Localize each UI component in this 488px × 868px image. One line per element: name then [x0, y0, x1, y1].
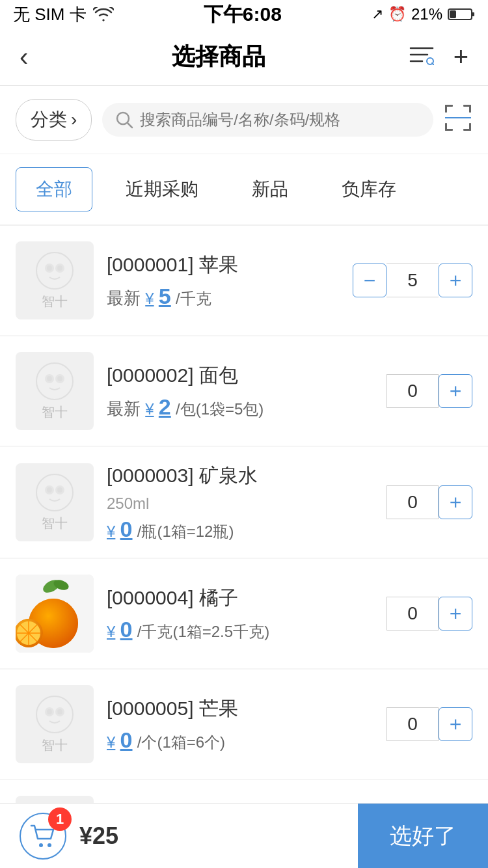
svg-point-60 — [39, 843, 43, 847]
svg-rect-11 — [445, 105, 447, 113]
status-time: 下午6:08 — [204, 1, 282, 28]
quantity-control: 0 + — [386, 485, 472, 519]
quantity-display: 0 — [386, 597, 439, 631]
increment-button[interactable]: + — [439, 374, 472, 408]
cart-section: 1 ¥25 — [0, 813, 358, 860]
page-title: 选择商品 — [172, 41, 265, 73]
svg-point-23 — [57, 265, 62, 271]
product-image: 智十 — [16, 463, 94, 541]
svg-rect-2 — [450, 10, 456, 18]
category-button[interactable]: 分类 › — [16, 99, 92, 141]
product-image: 智十 — [16, 241, 94, 319]
svg-point-61 — [47, 843, 51, 847]
tab-recent[interactable]: 近期采购 — [105, 167, 219, 211]
battery-icon — [448, 7, 475, 21]
product-spec: 250ml — [107, 495, 373, 513]
search-box[interactable] — [102, 103, 433, 137]
product-info: [0000003] 矿泉水 250ml ¥ 0 /瓶(1箱=12瓶) — [107, 463, 373, 542]
cart-badge: 1 — [48, 807, 72, 831]
category-chevron: › — [71, 109, 77, 130]
product-image: 智十 — [16, 352, 94, 430]
product-name: [0000001] 苹果 — [107, 252, 340, 278]
product-image — [16, 575, 94, 653]
quantity-display: 0 — [386, 374, 439, 408]
add-icon[interactable]: + — [454, 42, 468, 72]
svg-line-7 — [432, 63, 434, 65]
product-info: [0000001] 苹果 最新 ¥ 5 /千克 — [107, 252, 340, 310]
filter-icon[interactable] — [409, 44, 434, 70]
svg-point-49 — [57, 709, 62, 714]
tab-row: 全部 近期采购 新品 负库存 — [0, 154, 488, 226]
svg-point-22 — [47, 265, 52, 271]
decrement-button[interactable]: − — [353, 264, 386, 297]
svg-line-9 — [128, 123, 132, 128]
product-price: 最新 ¥ 2 /包(1袋=5包) — [107, 394, 373, 420]
svg-point-29 — [36, 474, 73, 511]
placeholder-logo: 智十 — [35, 251, 74, 310]
confirm-button[interactable]: 选好了 — [358, 804, 488, 869]
svg-point-28 — [57, 376, 62, 381]
list-item: 智十 [0000001] 苹果 最新 ¥ 5 /千克 − + — [0, 226, 488, 335]
quantity-control: 0 + — [386, 707, 472, 741]
battery-text: 21% — [411, 5, 442, 23]
svg-point-33 — [57, 487, 62, 493]
svg-point-19 — [36, 252, 73, 289]
product-name: [0000005] 芒果 — [107, 696, 373, 722]
search-input[interactable] — [140, 111, 420, 129]
quantity-control: 0 + — [386, 374, 472, 408]
svg-rect-15 — [445, 123, 447, 131]
svg-point-48 — [47, 709, 52, 714]
category-label: 分类 — [31, 107, 67, 132]
increment-button[interactable]: + — [439, 597, 472, 631]
back-button[interactable]: ‹ — [20, 42, 28, 72]
cart-icon-wrap[interactable]: 1 — [20, 813, 66, 860]
list-item: [0000004] 橘子 ¥ 0 /千克(1箱=2.5千克) 0 + — [0, 559, 488, 668]
bottom-bar: 1 ¥25 选好了 — [0, 803, 488, 868]
product-price: 最新 ¥ 5 /千克 — [107, 284, 340, 310]
product-name: [0000004] 橘子 — [107, 585, 373, 612]
tab-negative[interactable]: 负库存 — [321, 167, 416, 211]
quantity-display: 0 — [386, 707, 439, 741]
product-name: [0000003] 矿泉水 — [107, 463, 373, 489]
svg-rect-13 — [469, 105, 471, 113]
status-carrier: 无 SIM 卡 — [13, 3, 114, 26]
cart-total: ¥25 — [79, 822, 118, 850]
placeholder-logo: 智十 — [35, 362, 74, 421]
svg-point-45 — [36, 696, 73, 733]
scan-icon[interactable] — [444, 103, 472, 137]
svg-rect-17 — [469, 123, 471, 131]
increment-button[interactable]: + — [439, 264, 472, 297]
tab-all[interactable]: 全部 — [16, 167, 92, 211]
quantity-input[interactable] — [386, 264, 439, 297]
product-list: 智十 [0000001] 苹果 最新 ¥ 5 /千克 − + — [0, 226, 488, 868]
list-item: 智十 [0000002] 面包 最新 ¥ 2 /包(1袋=5包) 0 + — [0, 336, 488, 446]
svg-rect-1 — [472, 12, 474, 16]
nav-actions: + — [409, 42, 468, 72]
list-item: 智十 [0000003] 矿泉水 250ml ¥ 0 /瓶(1箱=12瓶) 0 … — [0, 447, 488, 558]
svg-point-32 — [47, 487, 52, 493]
quantity-control: 0 + — [386, 597, 472, 631]
product-info: [0000005] 芒果 ¥ 0 /个(1箱=6个) — [107, 696, 373, 753]
tab-new[interactable]: 新品 — [232, 167, 308, 211]
status-bar: 无 SIM 卡 下午6:08 ↗ ⏰ 21% — [0, 0, 488, 29]
product-image: 智十 — [16, 685, 94, 763]
product-price: ¥ 0 /瓶(1箱=12瓶) — [107, 517, 373, 542]
product-info: [0000004] 橘子 ¥ 0 /千克(1箱=2.5千克) — [107, 585, 373, 642]
increment-button[interactable]: + — [439, 485, 472, 519]
status-right: ↗ ⏰ 21% — [372, 5, 475, 23]
list-item: 智十 [0000005] 芒果 ¥ 0 /个(1箱=6个) 0 + — [0, 670, 488, 779]
location-icon: ↗ — [372, 6, 383, 23]
placeholder-logo: 智十 — [35, 695, 74, 754]
svg-point-27 — [47, 376, 52, 381]
nav-bar: ‹ 选择商品 + — [0, 29, 488, 86]
quantity-display: 0 — [386, 485, 439, 519]
svg-point-24 — [36, 363, 73, 400]
wifi-icon — [93, 7, 114, 21]
product-price: ¥ 0 /千克(1箱=2.5千克) — [107, 617, 373, 642]
placeholder-logo: 智十 — [35, 473, 74, 532]
product-name: [0000002] 面包 — [107, 362, 373, 389]
product-info: [0000002] 面包 最新 ¥ 2 /包(1袋=5包) — [107, 362, 373, 420]
quantity-control: − + — [353, 264, 472, 297]
increment-button[interactable]: + — [439, 707, 472, 741]
alarm-icon: ⏰ — [388, 6, 406, 23]
